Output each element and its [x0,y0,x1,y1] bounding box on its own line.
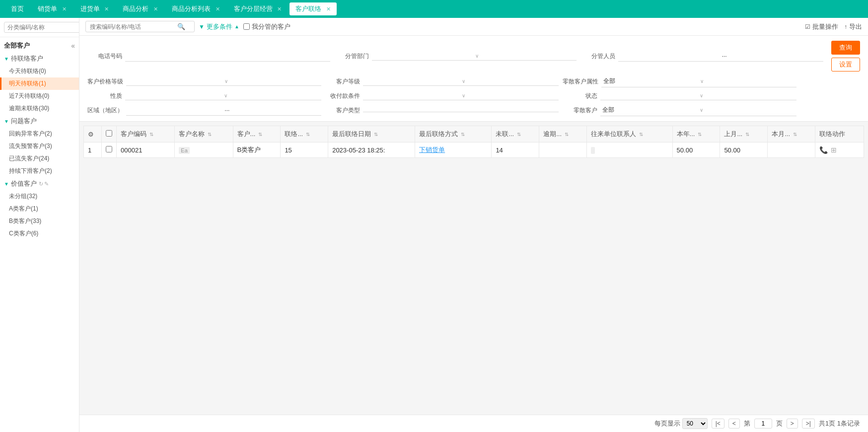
region-dots-icon[interactable]: ··· [224,107,319,114]
sidebar-item-ungrouped[interactable]: 未分组(32) [0,190,79,203]
sidebar-item-continuous-decline[interactable]: 持续下滑客户(2) [0,165,79,177]
row-checkbox[interactable] [106,146,112,152]
payment-select[interactable]: ∨ [363,91,559,100]
retail-attr-chevron-icon: ∨ [700,78,795,84]
sort-name-icon[interactable]: ⇅ [208,132,212,137]
nav-item-product-analysis-list[interactable]: 商品分析列表 ✕ [166,2,226,15]
sidebar-item-repurchase-abnormal[interactable]: 回购异常客户(2) [0,128,79,140]
price-level-chevron-icon: ∨ [224,78,319,84]
refresh-icon[interactable]: ↻ [39,181,43,187]
sidebar-item-today-contact[interactable]: 今天待联络(0) [0,65,79,77]
sort-person-icon[interactable]: ⇅ [639,132,643,137]
search-input-wrap: 🔍 [85,21,195,32]
page-prev-btn[interactable]: < [728,419,740,429]
sort-last-month-icon[interactable]: ⇅ [745,132,749,137]
close-customer-contact-icon[interactable]: ✕ [326,6,331,12]
sort-contact-icon[interactable]: ⇅ [306,132,310,137]
gender-select[interactable]: ∨ [125,91,321,100]
sort-this-month-icon[interactable]: ⇅ [793,132,797,137]
filter-gender: 性质 ∨ [87,91,321,100]
retail-attr-value: 全部 [603,77,698,85]
page-first-btn[interactable]: |< [712,419,724,429]
sort-type-icon[interactable]: ⇅ [258,132,262,137]
th-last-contact-date: 最后联络日期 ⇅ [328,126,415,143]
phone-input[interactable] [125,51,330,62]
sort-uncontacted-icon[interactable]: ⇅ [517,132,521,137]
name-blur: Ea [179,147,189,154]
sidebar-item-class-c[interactable]: C类客户(6) [0,227,79,240]
group-value-customers[interactable]: ▼ 价值客户 ↻ ✎ [0,177,79,190]
bulk-op-btn[interactable]: ☑ 批量操作 [805,22,838,31]
sidebar-item-class-a[interactable]: A类客户(1) [0,203,79,215]
more-filter-btn[interactable]: ▼ 更多条件 ▲ [199,22,239,31]
dept-select[interactable]: ∨ [372,52,577,61]
close-product-analysis-icon[interactable]: ✕ [153,6,158,12]
nav-item-purchase[interactable]: 进货单 ✕ [74,2,115,15]
price-level-select[interactable]: ∨ [126,77,321,86]
sort-method-icon[interactable]: ⇅ [461,132,465,137]
my-customer-checkbox-wrap[interactable]: 我分管的客户 [243,22,290,31]
nav-item-customer-tier[interactable]: 客户分层经营 ✕ [228,2,288,15]
th-code-label: 客户编码 [121,130,146,138]
page-unit: 页 [776,419,783,428]
customer-type-select[interactable] [363,109,559,112]
action-phone-icon[interactable]: 📞 [819,146,828,154]
status-select[interactable]: ∨ [600,91,796,100]
th-last-contact-date-label: 最后联络日期 [332,130,371,138]
export-btn[interactable]: ↑ 导出 [844,22,862,31]
contact-person-blur [591,147,595,154]
edit-icon[interactable]: ✎ [44,181,49,187]
page-input[interactable] [754,419,772,429]
all-customers-header[interactable]: 全部客户 « [0,37,79,52]
sidebar-item-7day-contact[interactable]: 近7天待联络(0) [0,90,79,102]
nav-item-home[interactable]: 首页 [5,2,30,15]
filter-btn-label: 更多条件 [207,22,232,31]
main-search-icon[interactable]: 🔍 [177,23,185,30]
page-size-select[interactable]: 50 100 [682,418,708,429]
sidebar-item-lost[interactable]: 已流失客户(24) [0,152,79,165]
sidebar-item-loss-warning[interactable]: 流失预警客户(3) [0,140,79,152]
my-customer-checkbox[interactable] [243,23,250,30]
retail-attr-select[interactable]: 全部 ∨ [601,75,796,87]
sort-date-icon[interactable]: ⇅ [374,132,378,137]
sort-year-icon[interactable]: ⇅ [698,132,702,137]
arrow-icon-2: ▼ [4,119,9,124]
sidebar-item-overdue-contact[interactable]: 逾期未联络(30) [0,102,79,115]
search-bar-right: ☑ 批量操作 ↑ 导出 [805,22,862,31]
sidebar-item-tomorrow-contact[interactable]: 明天待联络(1) [0,77,79,90]
gear-icon[interactable]: ⚙ [88,131,94,138]
sort-code-icon[interactable]: ⇅ [149,132,153,137]
region-select[interactable]: ··· [126,105,321,116]
nav-item-customer-contact[interactable]: 客户联络 ✕ [289,2,337,15]
filter-row-1: 电话号码 分管部门 ∨ 分管人员 ··· [87,41,860,72]
close-sales-icon[interactable]: ✕ [62,6,67,12]
last-contact-method-link[interactable]: 下销货单 [419,146,445,153]
th-name: 客户名称 ⇅ [175,126,233,143]
group-pending-contact[interactable]: ▼ 待联络客户 [0,52,79,65]
arrow-icon: ▼ [4,56,9,62]
action-grid-icon[interactable]: ⊞ [831,146,837,154]
manager-select[interactable]: ··· [618,51,823,62]
query-button[interactable]: 查询 [831,41,860,55]
th-checkbox [102,126,117,143]
collapse-icon[interactable]: « [71,42,75,50]
page-last-btn[interactable]: >| [802,419,815,429]
sidebar-search-input[interactable] [4,22,79,33]
th-contact-person-label: 往来单位联系人 [591,130,636,138]
action-icons: 📞 ⊞ [819,146,860,154]
close-customer-tier-icon[interactable]: ✕ [277,6,282,12]
customer-level-select[interactable]: ∨ [363,77,559,86]
sidebar-item-class-b[interactable]: B类客户(33) [0,215,79,227]
nav-item-product-analysis[interactable]: 商品分析 ✕ [117,2,164,15]
retail-customer-select[interactable]: 全部 ∨ [600,104,796,116]
nav-item-sales[interactable]: 销货单 ✕ [32,2,72,15]
close-product-analysis-list-icon[interactable]: ✕ [216,6,220,12]
settings-button[interactable]: 设置 [831,58,860,72]
manager-dots-icon[interactable]: ··· [722,53,821,60]
close-purchase-icon[interactable]: ✕ [104,6,109,12]
group-problem-customers[interactable]: ▼ 问题客户 [0,115,79,128]
select-all-checkbox[interactable] [106,130,112,137]
page-next-btn[interactable]: > [787,419,798,429]
main-search-input[interactable] [90,23,174,30]
sort-overdue-icon[interactable]: ⇅ [565,132,569,137]
